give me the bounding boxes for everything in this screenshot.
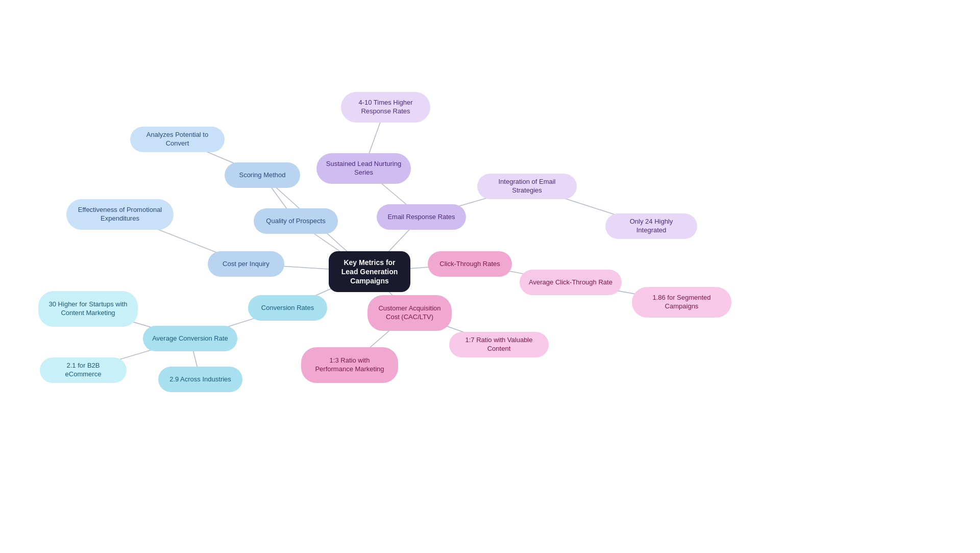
quality-prospects-node: Quality of Prospects [254, 208, 338, 234]
cac-ltv-node: Customer Acquisition Cost (CAC/LTV) [368, 295, 452, 331]
only-24-node: Only 24 Highly Integrated [605, 213, 697, 239]
center-node: Key Metrics for Lead Generation Campaign… [329, 251, 410, 292]
13-ratio-node: 1:3 Ratio with Performance Marketing [301, 347, 398, 383]
4-10-times-node: 4-10 Times Higher Response Rates [341, 92, 430, 123]
17-ratio-node: 1:7 Ratio with Valuable Content [449, 332, 549, 357]
click-through-node: Click-Through Rates [428, 251, 512, 277]
avg-conversion-rate-node: Average Conversion Rate [143, 326, 237, 351]
scoring-method-node: Scoring Method [225, 162, 300, 188]
21-b2b-node: 2.1 for B2B eCommerce [40, 357, 127, 383]
mindmap-container: Key Metrics for Lead Generation Campaign… [0, 0, 980, 553]
analyzes-potential-node: Analyzes Potential to Convert [130, 127, 225, 152]
cost-per-inquiry-node: Cost per Inquiry [208, 251, 284, 277]
effectiveness-node: Effectiveness of Promotional Expenditure… [66, 199, 174, 230]
email-response-node: Email Response Rates [377, 204, 466, 230]
29-across-node: 2.9 Across Industries [158, 367, 242, 392]
sustained-lead-node: Sustained Lead Nurturing Series [316, 153, 411, 184]
conversion-rates-node: Conversion Rates [248, 295, 327, 321]
30-higher-node: 30 Higher for Startups with Content Mark… [38, 291, 138, 327]
186-segmented-node: 1.86 for Segmented Campaigns [632, 287, 731, 318]
avg-ctr-node: Average Click-Through Rate [520, 270, 622, 295]
integration-email-node: Integration of Email Strategies [477, 174, 577, 199]
